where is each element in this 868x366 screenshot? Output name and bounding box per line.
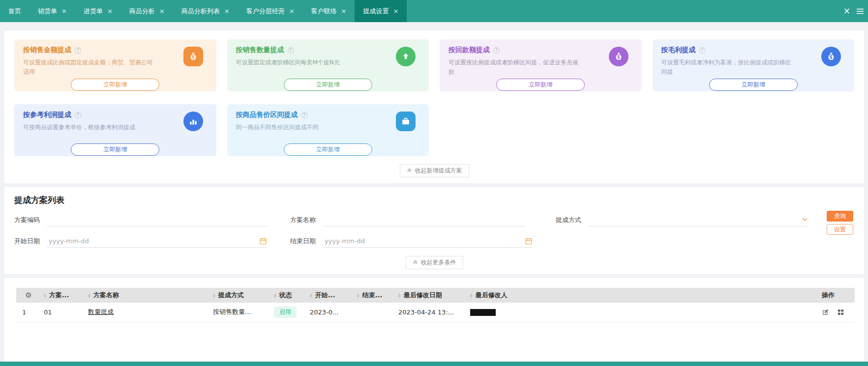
end-date-label: 结束日期 <box>290 237 316 246</box>
cell-end <box>354 303 395 322</box>
card-title: 按参考利润提成 <box>23 111 71 119</box>
column-header-code: 方案... <box>49 291 69 300</box>
add-now-button[interactable]: 立即新增 <box>71 143 159 156</box>
commission-type-select[interactable] <box>588 214 808 226</box>
close-icon[interactable]: × <box>341 8 347 14</box>
add-now-button[interactable]: 立即新增 <box>284 143 372 156</box>
close-icon[interactable]: × <box>159 8 165 14</box>
close-icon[interactable]: × <box>289 8 295 14</box>
scheme-name-label: 方案名称 <box>290 216 316 225</box>
panel-title: 提成方案列表 <box>14 195 854 206</box>
info-icon[interactable]: ? <box>288 47 294 54</box>
settings-button[interactable]: 设置 <box>827 224 853 235</box>
column-header-end: 结束... <box>362 291 383 300</box>
end-date-field: 结束日期 <box>290 235 533 248</box>
close-icon[interactable]: × <box>107 8 113 14</box>
tab-bar: 首页 销货单× 进货单× 商品分析× 商品分析列表× 客户分层经营× 客户联络×… <box>0 0 868 22</box>
table-row[interactable]: 1 01 数量提成 按销售数量... 启用 2023-0... 2023-04-… <box>16 303 855 322</box>
close-all-tabs-icon[interactable]: × <box>843 7 850 15</box>
collapse-more-filters-button[interactable]: 收起更多条件 <box>406 256 463 269</box>
filter-row-2: 开始日期 结束日期 <box>14 235 854 248</box>
column-header-name: 方案名称 <box>93 291 119 300</box>
scheme-table: ⚙ ▲▼方案... ▲▼方案名称 ▲▼提成方式 ▲▼状态 ▲▼开始... ▲▼结… <box>16 288 855 322</box>
tab-label: 进货单 <box>84 7 103 16</box>
commission-card-sales-amount: 按销售金额提成? 可设置提成比例或固定提成金额；商贸、贸易公司适用 立即新增 <box>14 39 216 91</box>
tab-label: 客户分层经营 <box>246 7 285 16</box>
tab-sales-order[interactable]: 销货单× <box>30 0 75 22</box>
collapse-new-schemes-button[interactable]: 收起新增提成方案 <box>400 164 469 177</box>
start-date-label: 开始日期 <box>14 237 40 246</box>
collapse-label: 收起新增提成方案 <box>415 167 462 175</box>
sort-icon[interactable]: ▲▼ <box>44 293 46 298</box>
grid-menu-icon[interactable] <box>838 309 844 315</box>
tab-label: 商品分析 <box>129 7 155 16</box>
close-icon[interactable]: × <box>224 8 230 14</box>
cell-actions <box>819 303 855 322</box>
chevron-down-icon[interactable] <box>802 216 808 223</box>
tab-product-analysis-list[interactable]: 商品分析列表× <box>173 0 238 22</box>
cell-index: 1 <box>16 303 41 322</box>
add-now-button[interactable]: 立即新增 <box>71 79 159 91</box>
column-header-status: 状态 <box>279 291 292 300</box>
sort-icon[interactable]: ▲▼ <box>88 293 90 298</box>
scheme-code-input[interactable] <box>47 214 267 226</box>
scheme-code-label: 方案编码 <box>14 216 40 225</box>
calendar-icon[interactable] <box>525 237 533 245</box>
tab-commission-settings[interactable]: 提成设置× <box>355 0 407 22</box>
bottom-bar <box>0 362 868 366</box>
commission-card-sales-quantity: 按销售数量提成? 可设置固定或者阶梯区间每卖M个提N元 立即新增 <box>227 39 429 91</box>
edit-icon[interactable] <box>822 309 829 316</box>
tab-home[interactable]: 首页 <box>0 0 30 22</box>
close-icon[interactable]: × <box>61 8 67 14</box>
sort-icon[interactable]: ▲▼ <box>274 293 276 298</box>
scheme-name-input[interactable] <box>323 214 526 226</box>
tab-customer-contact[interactable]: 客户联络× <box>303 0 355 22</box>
scheme-code-field: 方案编码 <box>14 214 267 226</box>
tab-purchase-order[interactable]: 进货单× <box>75 0 121 22</box>
scheme-name-link[interactable]: 数量提成 <box>88 308 114 315</box>
sort-icon[interactable]: ▲▼ <box>470 293 473 298</box>
card-title: 按销售数量提成 <box>236 46 284 55</box>
filter-row-1: 方案编码 方案名称 提成方式 <box>14 214 854 226</box>
calendar-icon[interactable] <box>259 237 267 245</box>
tab-label: 提成设置 <box>363 7 389 16</box>
end-date-input[interactable] <box>323 235 533 248</box>
info-icon[interactable]: ? <box>75 112 81 118</box>
start-date-input[interactable] <box>47 235 267 248</box>
sort-icon[interactable]: ▲▼ <box>398 293 401 298</box>
sort-icon[interactable]: ▲▼ <box>357 293 359 298</box>
add-now-button[interactable]: 立即新增 <box>284 79 372 91</box>
sort-icon[interactable]: ▲▼ <box>310 293 312 298</box>
scheme-list-panel: 提成方案列表 方案编码 方案名称 提成方式 <box>4 187 864 274</box>
cell-type: 按销售数量... <box>210 303 271 322</box>
add-now-button[interactable]: 立即新增 <box>496 79 585 91</box>
gear-icon[interactable]: ⚙ <box>25 291 31 300</box>
cell-code: 01 <box>41 303 85 322</box>
cards-grid: 按销售金额提成? 可设置提成比例或固定提成金额；商贸、贸易公司适用 立即新增 按… <box>14 39 854 156</box>
money-bag-icon <box>609 47 629 66</box>
money-bag-icon <box>821 47 841 66</box>
add-now-button[interactable]: 立即新增 <box>709 79 798 91</box>
search-button[interactable]: 查询 <box>827 211 853 222</box>
scheme-name-field: 方案名称 <box>290 214 526 226</box>
tab-product-analysis[interactable]: 商品分析× <box>121 0 173 22</box>
chevron-double-up-icon <box>407 168 412 174</box>
bar-chart-icon <box>183 112 203 131</box>
card-description: 可设置提成比例或固定提成金额；商贸、贸易公司适用 <box>23 58 157 77</box>
collapse-label: 收起更多条件 <box>421 258 456 267</box>
commission-card-payment-collection: 按回款额提成? 可设置按比例提成或者阶梯区间提，促进业务员催款 立即新增 <box>440 39 642 91</box>
info-icon[interactable]: ? <box>75 47 81 54</box>
column-header-start: 开始... <box>315 291 335 300</box>
close-icon[interactable]: × <box>393 8 398 14</box>
sort-icon[interactable]: ▲▼ <box>213 293 215 298</box>
tab-customer-segmentation[interactable]: 客户分层经营× <box>238 0 303 22</box>
info-icon[interactable]: ? <box>699 47 706 54</box>
info-icon[interactable]: ? <box>301 112 308 118</box>
commission-type-field: 提成方式 <box>556 214 808 226</box>
column-header-actions: 操作 <box>822 291 835 300</box>
tab-menu-icon[interactable] <box>857 8 864 14</box>
tab-label: 首页 <box>8 7 21 16</box>
info-icon[interactable]: ? <box>493 47 500 54</box>
card-title: 按毛利提成 <box>661 46 696 55</box>
table-header-row: ⚙ ▲▼方案... ▲▼方案名称 ▲▼提成方式 ▲▼状态 ▲▼开始... ▲▼结… <box>16 288 855 303</box>
